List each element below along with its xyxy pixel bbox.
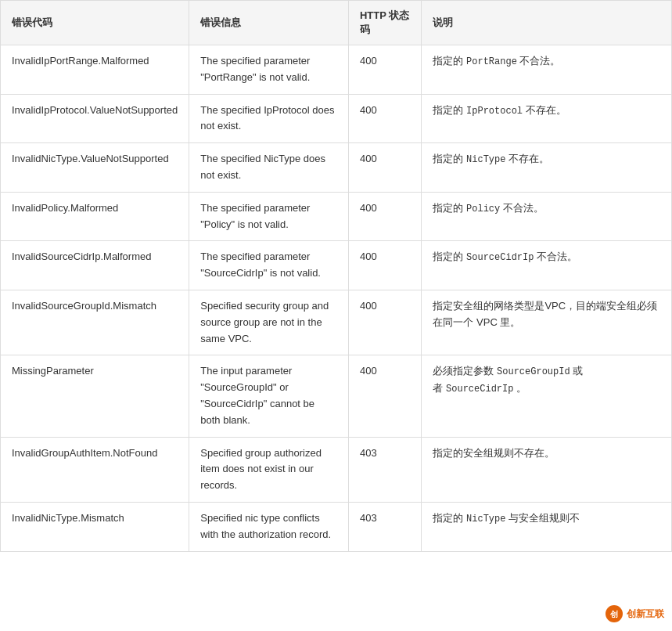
cell-error-code: InvalidIpPortRange.Malformed <box>1 45 189 95</box>
table-row: InvalidGroupAuthItem.NotFoundSpecified g… <box>1 437 672 502</box>
cell-error-code: InvalidIpProtocol.ValueNotSupported <box>1 94 189 143</box>
cell-error-message: Specified nic type conflicts with the au… <box>189 502 349 551</box>
cell-error-code: InvalidSourceGroupId.Mismatch <box>1 290 189 355</box>
cell-error-code: InvalidNicType.ValueNotSupported <box>1 143 189 193</box>
cell-http-status: 400 <box>348 94 422 143</box>
cell-http-status: 400 <box>348 143 422 193</box>
cell-http-status: 400 <box>348 241 422 290</box>
cell-description: 必须指定参数 SourceGroupId 或者 SourceCidrIp 。 <box>422 355 672 437</box>
cell-description: 指定的 IpProtocol 不存在。 <box>422 94 672 143</box>
cell-error-message: The specified parameter "SourceCidrIp" i… <box>189 241 349 290</box>
cell-error-message: Specified group authorized item does not… <box>189 437 349 502</box>
cell-error-message: The specified parameter "PortRange" is n… <box>189 45 349 95</box>
cell-description: 指定的安全组规则不存在。 <box>422 437 672 502</box>
cell-error-message: The specified parameter "Policy" is not … <box>189 192 349 241</box>
table-row: InvalidSourceCidrIp.MalformedThe specifi… <box>1 241 672 290</box>
table-row: InvalidNicType.ValueNotSupportedThe spec… <box>1 143 672 193</box>
table-row: InvalidNicType.MismatchSpecified nic typ… <box>1 502 672 551</box>
table-row: InvalidPolicy.MalformedThe specified par… <box>1 192 672 241</box>
cell-error-message: The specified NicType does not exist. <box>189 143 349 193</box>
cell-description: 指定的 PortRange 不合法。 <box>422 45 672 95</box>
cell-error-code: InvalidPolicy.Malformed <box>1 192 189 241</box>
cell-http-status: 400 <box>348 192 422 241</box>
table-row: InvalidSourceGroupId.MismatchSpecified s… <box>1 290 672 355</box>
cell-error-code: InvalidSourceCidrIp.Malformed <box>1 241 189 290</box>
cell-http-status: 403 <box>348 437 422 502</box>
cell-http-status: 400 <box>348 355 422 437</box>
header-http: HTTP 状态码 <box>348 1 422 45</box>
table-row: InvalidIpProtocol.ValueNotSupportedThe s… <box>1 94 672 143</box>
cell-description: 指定的 NicType 与安全组规则不 <box>422 502 672 551</box>
table-row: InvalidIpPortRange.MalformedThe specifie… <box>1 45 672 95</box>
cell-description: 指定的 NicType 不存在。 <box>422 143 672 193</box>
header-message: 错误信息 <box>189 1 349 45</box>
error-table: 错误代码 错误信息 HTTP 状态码 说明 InvalidIpPortRange… <box>0 0 672 552</box>
cell-description: 指定的 SourceCidrIp 不合法。 <box>422 241 672 290</box>
cell-http-status: 400 <box>348 45 422 95</box>
cell-error-code: InvalidNicType.Mismatch <box>1 502 189 551</box>
cell-error-message: Specified security group and source grou… <box>189 290 349 355</box>
cell-http-status: 403 <box>348 502 422 551</box>
cell-description: 指定安全组的网络类型是VPC，目的端安全组必须在同一个 VPC 里。 <box>422 290 672 355</box>
cell-error-message: The input parameter "SourceGroupId" or "… <box>189 355 349 437</box>
cell-error-message: The specified IpProtocol does not exist. <box>189 94 349 143</box>
cell-http-status: 400 <box>348 290 422 355</box>
header-code: 错误代码 <box>1 1 189 45</box>
header-desc: 说明 <box>422 1 672 45</box>
table-header-row: 错误代码 错误信息 HTTP 状态码 说明 <box>1 1 672 45</box>
table-row: MissingParameterThe input parameter "Sou… <box>1 355 672 437</box>
cell-error-code: InvalidGroupAuthItem.NotFound <box>1 437 189 502</box>
cell-error-code: MissingParameter <box>1 355 189 437</box>
cell-description: 指定的 Policy 不合法。 <box>422 192 672 241</box>
